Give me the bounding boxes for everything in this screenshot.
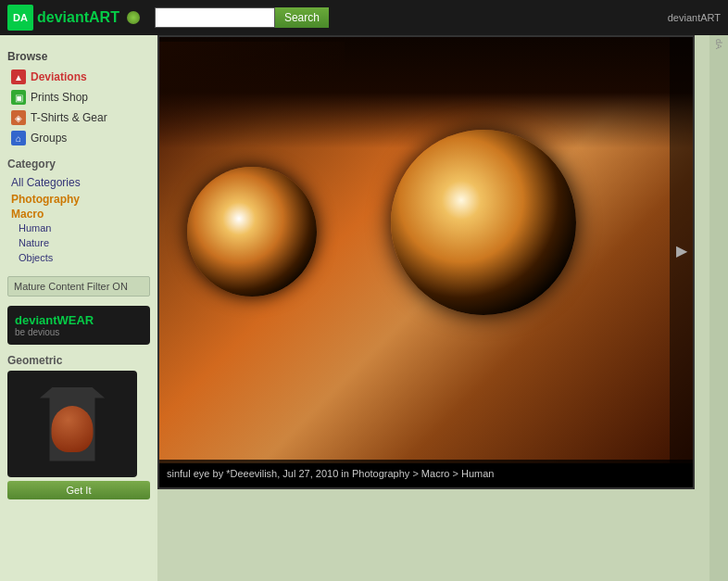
logo-text: deviantART bbox=[37, 9, 119, 26]
sidebar-prints-label: Prints Shop bbox=[31, 91, 88, 104]
main-layout: Browse ▲ Deviations ▣ Prints Shop ◈ T-Sh… bbox=[0, 35, 728, 581]
search-button[interactable]: Search bbox=[275, 7, 329, 28]
prints-icon: ▣ bbox=[11, 90, 26, 105]
lightbox-image bbox=[159, 37, 693, 463]
lightbox-caption: sinful eye by *Deeevilish, Jul 27, 2010 … bbox=[159, 460, 693, 487]
logo-deviant: deviant bbox=[37, 9, 89, 25]
tshirt-shape bbox=[40, 387, 105, 461]
sidebar-item-deviations[interactable]: ▲ Deviations bbox=[7, 67, 150, 87]
groups-icon: ⌂ bbox=[11, 131, 26, 145]
subcategory-objects[interactable]: Objects bbox=[7, 250, 150, 265]
geometric-section: Geometric Get It bbox=[7, 354, 150, 499]
lightbox-overlay: sinful eye by *Deeevilish, Jul 27, 2010 … bbox=[157, 35, 695, 489]
category-title: Category bbox=[7, 158, 150, 171]
deviantwear-banner[interactable]: deviantWEAR be devious bbox=[7, 306, 150, 345]
lb-brow bbox=[159, 42, 345, 88]
right-panel-text: dA bbox=[714, 39, 723, 49]
tshirts-icon: ◈ bbox=[11, 110, 26, 125]
sidebar-item-prints[interactable]: ▣ Prints Shop bbox=[7, 87, 150, 107]
lb-eye-right bbox=[391, 130, 576, 315]
lightbox-caption-text: sinful eye by *Deeevilish, Jul 27, 2010 … bbox=[167, 468, 494, 479]
search-bar: Search bbox=[155, 7, 329, 28]
deviantwear-deviant: deviant bbox=[15, 313, 57, 327]
get-it-button[interactable]: Get It bbox=[7, 481, 150, 499]
content-area: Popular Newest Most Commented Most Favor… bbox=[157, 35, 709, 581]
sidebar: Browse ▲ Deviations ▣ Prints Shop ◈ T-Sh… bbox=[0, 35, 157, 581]
app-header: DA deviantART Search deviantART bbox=[0, 0, 728, 35]
sidebar-item-tshirts[interactable]: ◈ T-Shirts & Gear bbox=[7, 107, 150, 128]
macro-label: Macro bbox=[7, 206, 47, 222]
logo-area: DA deviantART bbox=[7, 5, 140, 31]
logo-box: DA bbox=[7, 5, 33, 31]
mature-filter-label: Mature Content Filter ON bbox=[7, 276, 150, 297]
all-categories-link[interactable]: All Categories bbox=[7, 174, 150, 191]
search-input[interactable] bbox=[155, 7, 275, 28]
right-panel: dA bbox=[709, 35, 728, 581]
green-circle-icon bbox=[127, 11, 140, 24]
sidebar-deviations-label: Deviations bbox=[31, 70, 87, 83]
deviantwear-wear: WEAR bbox=[57, 313, 94, 327]
browse-title: Browse bbox=[7, 50, 150, 63]
logo-art: ART bbox=[89, 9, 119, 25]
deviations-icon: ▲ bbox=[11, 69, 26, 84]
header-right-text: deviantART bbox=[668, 12, 721, 23]
tshirt-preview bbox=[7, 371, 137, 477]
lb-eye-left bbox=[187, 167, 317, 297]
subcategory-nature[interactable]: Nature bbox=[7, 235, 150, 250]
lightbox-nav-right[interactable]: ▶ bbox=[670, 37, 693, 463]
sidebar-groups-label: Groups bbox=[31, 132, 67, 145]
sidebar-item-groups[interactable]: ⌂ Groups bbox=[7, 128, 150, 148]
deviantwear-text: deviantWEAR bbox=[15, 313, 143, 327]
subcategory-human[interactable]: Human bbox=[7, 221, 150, 235]
geometric-title: Geometric bbox=[7, 354, 150, 367]
tshirt-graphic bbox=[52, 406, 94, 452]
sidebar-tshirts-label: T-Shirts & Gear bbox=[31, 111, 107, 124]
devious-text: be devious bbox=[15, 327, 143, 337]
logo-da-text: DA bbox=[13, 12, 28, 23]
